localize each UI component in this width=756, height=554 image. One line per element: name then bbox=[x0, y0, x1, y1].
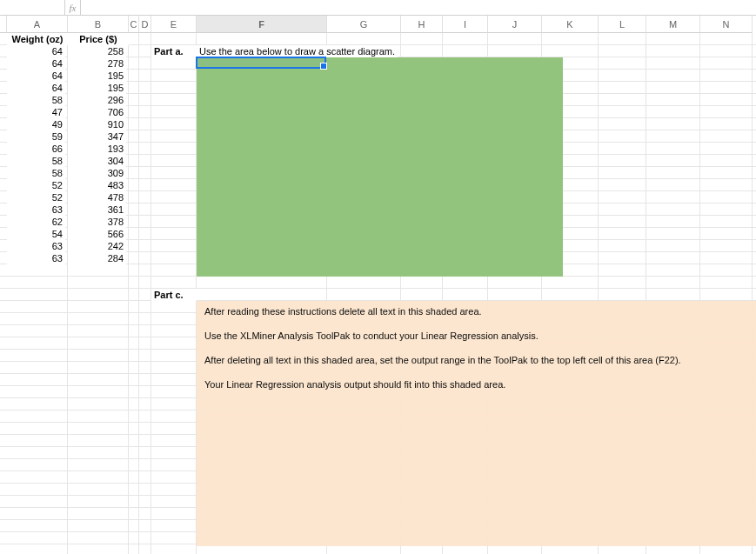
table-cell[interactable]: 63 bbox=[7, 204, 65, 216]
col-head-E[interactable]: E bbox=[151, 16, 197, 33]
partc-line4: Your Linear Regression analysis output s… bbox=[202, 379, 508, 390]
header-price[interactable]: Price ($) bbox=[68, 33, 129, 45]
col-head-B[interactable]: B bbox=[68, 16, 129, 33]
col-head-C[interactable]: C bbox=[129, 16, 139, 33]
partc-line2: Use the XLMiner Analysis ToolPak to cond… bbox=[202, 330, 541, 341]
table-cell[interactable]: 706 bbox=[68, 106, 126, 118]
col-head-I[interactable]: I bbox=[443, 16, 488, 33]
table-cell[interactable]: 483 bbox=[68, 179, 126, 191]
partc-line3: After deleting all text in this shaded a… bbox=[202, 355, 684, 365]
table-cell[interactable]: 193 bbox=[68, 143, 126, 155]
col-head-J[interactable]: J bbox=[488, 16, 542, 33]
part-a-instruction[interactable]: Use the area below to draw a scatter dia… bbox=[197, 45, 398, 57]
table-cell[interactable]: 58 bbox=[7, 94, 65, 106]
formula-bar: fx bbox=[0, 0, 756, 16]
table-cell[interactable]: 52 bbox=[7, 191, 65, 204]
table-cell[interactable]: 195 bbox=[68, 70, 126, 82]
table-cell[interactable]: 62 bbox=[7, 216, 65, 228]
partc-line1: After reading these instructions delete … bbox=[202, 306, 485, 317]
col-head-G[interactable]: G bbox=[327, 16, 401, 33]
table-cell[interactable]: 47 bbox=[7, 106, 65, 118]
table-cell[interactable]: 52 bbox=[7, 179, 65, 191]
table-cell[interactable]: 59 bbox=[7, 130, 65, 143]
name-box[interactable] bbox=[0, 0, 65, 15]
active-cell-selection bbox=[196, 57, 326, 69]
table-cell[interactable]: 478 bbox=[68, 191, 126, 204]
scatter-area[interactable] bbox=[197, 57, 563, 277]
col-head-K[interactable]: K bbox=[542, 16, 599, 33]
table-cell[interactable]: 361 bbox=[68, 204, 126, 216]
part-a-label[interactable]: Part a. bbox=[151, 45, 197, 57]
table-cell[interactable]: 64 bbox=[7, 82, 65, 94]
table-cell[interactable]: 49 bbox=[7, 118, 65, 130]
col-head-M[interactable]: M bbox=[646, 16, 700, 33]
table-cell[interactable]: 347 bbox=[68, 130, 126, 143]
col-head-F[interactable]: F bbox=[197, 16, 327, 33]
table-cell[interactable]: 58 bbox=[7, 155, 65, 167]
col-head-A[interactable]: A bbox=[7, 16, 68, 33]
table-cell[interactable]: 58 bbox=[7, 167, 65, 179]
select-all-corner[interactable] bbox=[0, 16, 7, 33]
table-cell[interactable]: 258 bbox=[68, 45, 126, 57]
table-cell[interactable]: 63 bbox=[7, 252, 65, 264]
table-cell[interactable]: 63 bbox=[7, 240, 65, 252]
table-cell[interactable]: 64 bbox=[7, 57, 65, 70]
table-cell[interactable]: 309 bbox=[68, 167, 126, 179]
table-cell[interactable]: 54 bbox=[7, 228, 65, 240]
table-cell[interactable]: 304 bbox=[68, 155, 126, 167]
cell-layer: After reading these instructions delete … bbox=[7, 33, 756, 554]
table-cell[interactable]: 64 bbox=[7, 70, 65, 82]
formula-input[interactable] bbox=[81, 0, 756, 15]
table-cell[interactable]: 278 bbox=[68, 57, 126, 70]
column-headers: A B C D E F G H I J K L M N bbox=[0, 16, 756, 33]
col-head-D[interactable]: D bbox=[139, 16, 151, 33]
header-weight[interactable]: Weight (oz) bbox=[7, 33, 68, 45]
table-cell[interactable]: 284 bbox=[68, 252, 126, 264]
col-head-L[interactable]: L bbox=[599, 16, 646, 33]
table-cell[interactable]: 910 bbox=[68, 118, 126, 130]
table-cell[interactable]: 242 bbox=[68, 240, 126, 252]
spreadsheet[interactable]: A B C D E F G H I J K L M N After readin… bbox=[0, 16, 756, 554]
regression-output-area[interactable]: After reading these instructions delete … bbox=[197, 301, 756, 546]
table-cell[interactable]: 296 bbox=[68, 94, 126, 106]
fx-icon[interactable]: fx bbox=[65, 0, 81, 15]
col-head-N[interactable]: N bbox=[700, 16, 753, 33]
table-cell[interactable]: 66 bbox=[7, 143, 65, 155]
table-cell[interactable]: 64 bbox=[7, 45, 65, 57]
part-c-label[interactable]: Part c. bbox=[151, 289, 197, 301]
col-head-H[interactable]: H bbox=[401, 16, 443, 33]
table-cell[interactable]: 378 bbox=[68, 216, 126, 228]
table-cell[interactable]: 566 bbox=[68, 228, 126, 240]
table-cell[interactable]: 195 bbox=[68, 82, 126, 94]
